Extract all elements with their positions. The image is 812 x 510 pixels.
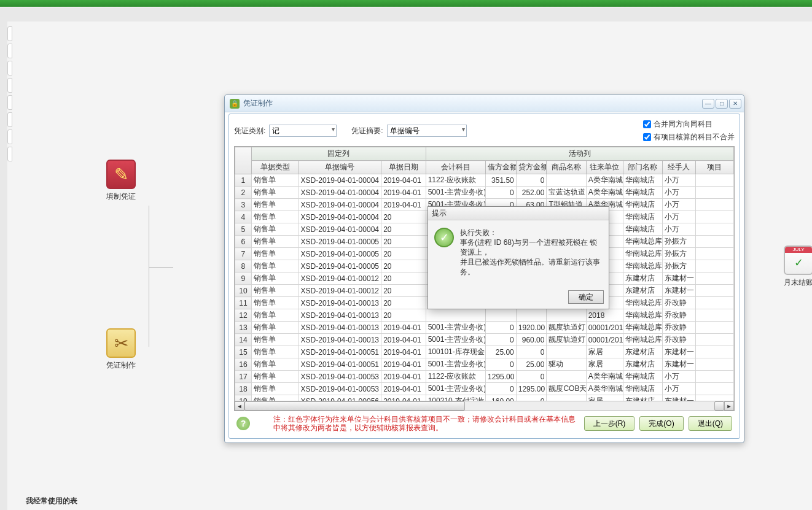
- dialog-buttons: 确定: [568, 290, 604, 304]
- type-label: 凭证类别:: [234, 126, 265, 136]
- column-group-fixed[interactable]: 固定列: [251, 147, 426, 161]
- icon-label: 凭证制作: [103, 360, 139, 371]
- scroll-thumb[interactable]: [244, 401, 465, 411]
- column-header[interactable]: 部门名称: [623, 161, 662, 174]
- column-header[interactable]: 单据日期: [381, 161, 426, 174]
- check-icon: ✓: [434, 228, 454, 247]
- message-dialog: 提示 ✓ 执行失败： 事务(进程 ID 68)与另一个进程被死锁在 锁 资源上，…: [427, 206, 609, 309]
- summary-combo[interactable]: [387, 125, 467, 137]
- column-header[interactable]: 单据编号: [299, 161, 381, 174]
- window-footer: ? 注：红色字体行为往来单位与会计科目供客核算项目不一致；请修改会计科目或者在基…: [234, 411, 735, 433]
- desk-icon-edit-voucher[interactable]: 填制凭证: [103, 160, 139, 202]
- ok-button[interactable]: 确定: [568, 290, 604, 304]
- column-header[interactable]: 项目: [695, 161, 733, 174]
- window-title-bar[interactable]: 🔒 凭证制作 — □ ✕: [225, 95, 744, 112]
- column-header[interactable]: 商品名称: [547, 161, 586, 174]
- table-row[interactable]: 14销售单XSD-2019-04-01-000132019-04-015001-…: [235, 334, 734, 346]
- side-tab[interactable]: [7, 78, 12, 93]
- side-tab[interactable]: [7, 147, 12, 161]
- form-row: 凭证类别: 凭证摘要: 合并同方向同科目 有项目核算的科目不合并: [234, 119, 735, 142]
- summary-label: 凭证摘要:: [351, 126, 383, 136]
- checkbox-icon[interactable]: [643, 133, 651, 141]
- column-header[interactable]: 会计科目: [426, 161, 485, 174]
- edit-icon: [106, 160, 136, 189]
- column-header[interactable]: [235, 147, 252, 174]
- column-header[interactable]: 贷方金额: [516, 161, 547, 174]
- side-tab[interactable]: [7, 26, 12, 41]
- column-header[interactable]: 往来单位: [586, 161, 623, 174]
- flow-connector: [149, 267, 173, 268]
- scroll-right-button[interactable]: ►: [724, 401, 734, 411]
- dialog-text: 执行失败： 事务(进程 ID 68)与另一个进程被死锁在 锁 资源上， 并且已被…: [460, 228, 603, 277]
- table-row[interactable]: 18销售单XSD-2019-04-01-000532019-04-015001-…: [235, 383, 734, 395]
- minimize-button[interactable]: —: [702, 99, 714, 109]
- table-row[interactable]: 15销售单XSD-2019-04-01-000512019-04-0110010…: [235, 346, 734, 358]
- help-icon[interactable]: ?: [236, 417, 250, 430]
- merge-checkbox[interactable]: 合并同方向同科目: [643, 119, 735, 129]
- scroll-track[interactable]: [244, 401, 724, 411]
- icon-label: 填制凭证: [103, 191, 139, 202]
- column-header[interactable]: 经手人: [662, 161, 695, 174]
- compass-icon: [106, 328, 136, 358]
- dialog-body: ✓ 执行失败： 事务(进程 ID 68)与另一个进程被死锁在 锁 资源上， 并且…: [428, 220, 609, 284]
- side-tab[interactable]: [7, 44, 12, 58]
- column-group-active[interactable]: 活动列: [426, 147, 733, 161]
- checkbox-column: 合并同方向同科目 有项目核算的科目不合并: [643, 119, 735, 142]
- horizontal-scrollbar[interactable]: ◄ ►: [235, 401, 734, 411]
- finish-button[interactable]: 完成(O): [639, 416, 683, 431]
- table-row[interactable]: 12销售单XSD-2019-04-01-00013202018华南城总库乔改静: [235, 309, 734, 322]
- project-checkbox[interactable]: 有项目核算的科目不合并: [643, 132, 735, 142]
- type-combo[interactable]: [269, 125, 337, 137]
- flow-connector: [149, 206, 149, 347]
- scroll-thumb[interactable]: [714, 401, 724, 411]
- prev-button[interactable]: 上一步(R): [584, 416, 635, 431]
- section-title: 我经常使用的表: [26, 496, 77, 506]
- close-button[interactable]: ✕: [729, 99, 741, 109]
- table-row[interactable]: 16销售单XSD-2019-04-01-000512019-04-015001-…: [235, 358, 734, 371]
- column-header[interactable]: 借方金额: [486, 161, 517, 174]
- table-row[interactable]: 1销售单XSD-2019-04-01-000042019-04-011122-应…: [235, 174, 734, 187]
- exit-button[interactable]: 退出(Q): [689, 416, 732, 431]
- side-tab[interactable]: [7, 95, 12, 110]
- side-tabs: [7, 26, 12, 164]
- desk-icon-make-voucher[interactable]: 凭证制作: [103, 328, 139, 371]
- icon-label: 月末结账: [780, 277, 812, 288]
- table-row[interactable]: 2销售单XSD-2019-04-01-000042019-04-015001-主…: [235, 187, 734, 199]
- lock-icon: 🔒: [230, 99, 240, 109]
- maximize-button[interactable]: □: [716, 99, 728, 109]
- side-tab[interactable]: [7, 61, 12, 75]
- checkbox-icon[interactable]: [643, 120, 651, 128]
- window-title: 凭证制作: [243, 98, 701, 109]
- side-tab[interactable]: [7, 129, 12, 144]
- desk-icon-month-close[interactable]: 月末结账: [780, 245, 812, 288]
- side-tab[interactable]: [7, 112, 12, 127]
- column-header[interactable]: 单据类型: [251, 161, 299, 174]
- scroll-left-button[interactable]: ◄: [235, 401, 244, 411]
- table-row[interactable]: 13销售单XSD-2019-04-01-000132019-04-015001-…: [235, 322, 734, 334]
- app-top-bar: [0, 0, 812, 7]
- calendar-icon: [784, 245, 812, 275]
- dialog-title[interactable]: 提示: [428, 207, 609, 220]
- table-row[interactable]: 17销售单XSD-2019-04-01-000532019-04-011122-…: [235, 371, 734, 383]
- footer-note: 注：红色字体行为往来单位与会计科目供客核算项目不一致；请修改会计科目或者在基本信…: [255, 415, 579, 432]
